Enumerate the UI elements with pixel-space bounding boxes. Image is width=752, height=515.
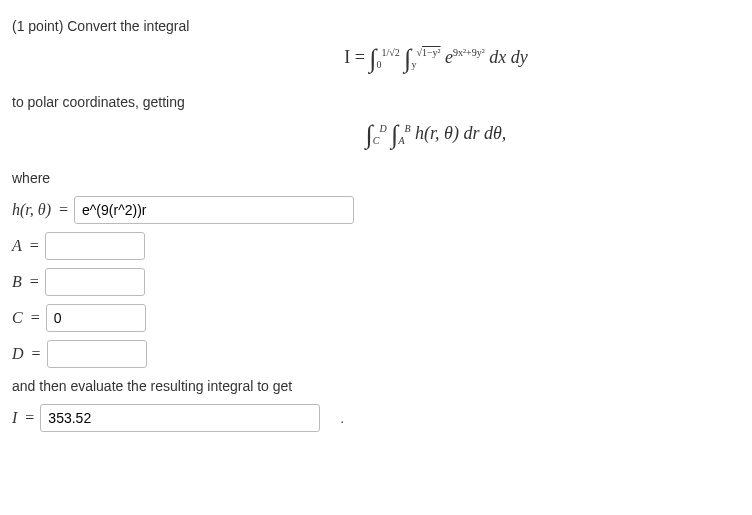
lhs: I =	[344, 47, 365, 67]
eq-sign: =	[32, 345, 41, 363]
and-then-text: and then evaluate the resulting integral…	[12, 378, 740, 394]
i-input[interactable]	[40, 404, 320, 432]
outer-high: 1/√2	[382, 47, 400, 58]
inner-high: √1−y²	[416, 47, 440, 58]
e-exp: 9x²+9y²	[453, 47, 485, 58]
p-integrand: h(r, θ) dr dθ,	[415, 123, 506, 143]
trailing-period: .	[340, 410, 344, 426]
points-text: (1 point)	[12, 18, 63, 34]
i-row: I = .	[12, 404, 740, 432]
a-label: A	[12, 237, 22, 255]
p-inner-low: A	[398, 135, 404, 146]
inner-low: y	[411, 59, 416, 70]
original-integral: I = ∫01/√2 ∫y√1−y² e9x²+9y² dx dy	[12, 44, 740, 74]
d-label: D	[12, 345, 24, 363]
p-outer-low: C	[373, 135, 380, 146]
eq-sign: =	[30, 237, 39, 255]
eq-sign: =	[59, 201, 68, 219]
convert-text: Convert the integral	[67, 18, 189, 34]
b-input[interactable]	[45, 268, 145, 296]
h-label: h(r, θ)	[12, 201, 51, 219]
h-row: h(r, θ) =	[12, 196, 740, 224]
c-input[interactable]	[46, 304, 146, 332]
i-label: I	[12, 409, 17, 427]
c-label: C	[12, 309, 23, 327]
e-base: e	[445, 47, 453, 67]
p-inner-high: B	[404, 123, 410, 134]
eq-sign: =	[31, 309, 40, 327]
polar-integral: ∫CD ∫AB h(r, θ) dr dθ,	[12, 120, 740, 150]
d-input[interactable]	[47, 340, 147, 368]
b-label: B	[12, 273, 22, 291]
dxdy: dx dy	[489, 47, 527, 67]
c-row: C =	[12, 304, 740, 332]
b-row: B =	[12, 268, 740, 296]
integral-sign-1: ∫	[369, 44, 376, 73]
a-row: A =	[12, 232, 740, 260]
to-polar-text: to polar coordinates, getting	[12, 94, 740, 110]
d-row: D =	[12, 340, 740, 368]
a-input[interactable]	[45, 232, 145, 260]
integral-sign-3: ∫	[366, 120, 373, 149]
eq-sign: =	[30, 273, 39, 291]
eq-sign: =	[25, 409, 34, 427]
h-input[interactable]	[74, 196, 354, 224]
problem-header: (1 point) Convert the integral	[12, 18, 740, 34]
p-outer-high: D	[380, 123, 387, 134]
where-text: where	[12, 170, 740, 186]
outer-low: 0	[377, 59, 382, 70]
